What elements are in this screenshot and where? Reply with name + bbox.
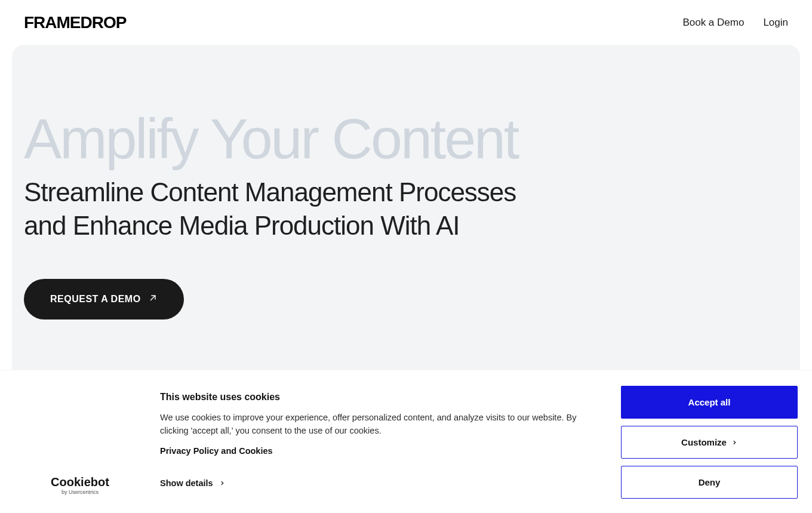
cookiebot-tagline: by Usercentrics <box>51 489 109 495</box>
chevron-right-icon <box>731 437 737 447</box>
privacy-policy-link[interactable]: Privacy Policy and Cookies <box>160 446 607 456</box>
customize-button[interactable]: Customize <box>621 426 798 459</box>
cookiebot-logo: Cookiebot by Usercentrics <box>51 475 109 495</box>
hero-subtitle-line2: and Enhance Media Production With AI <box>24 209 788 242</box>
site-header: FRAMEDROP Book a Demo Login <box>0 0 812 45</box>
accept-all-button[interactable]: Accept all <box>621 386 798 419</box>
book-demo-link[interactable]: Book a Demo <box>682 17 744 29</box>
show-details-toggle[interactable]: Show details <box>160 478 607 488</box>
cookie-description: We use cookies to improve your experienc… <box>160 411 607 438</box>
hero-title: Amplify Your Content <box>24 110 788 167</box>
chevron-right-icon <box>219 478 225 488</box>
customize-label: Customize <box>681 437 727 447</box>
deny-label: Deny <box>699 477 721 487</box>
cookiebot-logo-text: Cookiebot <box>51 475 109 489</box>
accept-all-label: Accept all <box>688 397 731 407</box>
cookie-title: This website uses cookies <box>160 392 607 403</box>
primary-nav: Book a Demo Login <box>682 17 788 29</box>
cookie-content: This website uses cookies We use cookies… <box>160 385 607 499</box>
cookie-actions: Accept all Customize Deny <box>621 385 798 499</box>
deny-button[interactable]: Deny <box>621 466 798 499</box>
hero-subtitle: Streamline Content Management Processes … <box>24 176 788 243</box>
cookiebot-brand[interactable]: Cookiebot by Usercentrics <box>14 385 146 499</box>
hero-subtitle-line1: Streamline Content Management Processes <box>24 176 788 209</box>
svg-line-0 <box>150 296 155 300</box>
request-demo-button[interactable]: REQUEST A DEMO <box>24 279 184 320</box>
cookie-consent-banner: Cookiebot by Usercentrics This website u… <box>0 370 812 513</box>
login-link[interactable]: Login <box>763 17 788 29</box>
request-demo-label: REQUEST A DEMO <box>50 294 141 305</box>
arrow-up-right-icon <box>148 293 158 305</box>
brand-logo[interactable]: FRAMEDROP <box>24 13 126 32</box>
show-details-label: Show details <box>160 478 213 488</box>
